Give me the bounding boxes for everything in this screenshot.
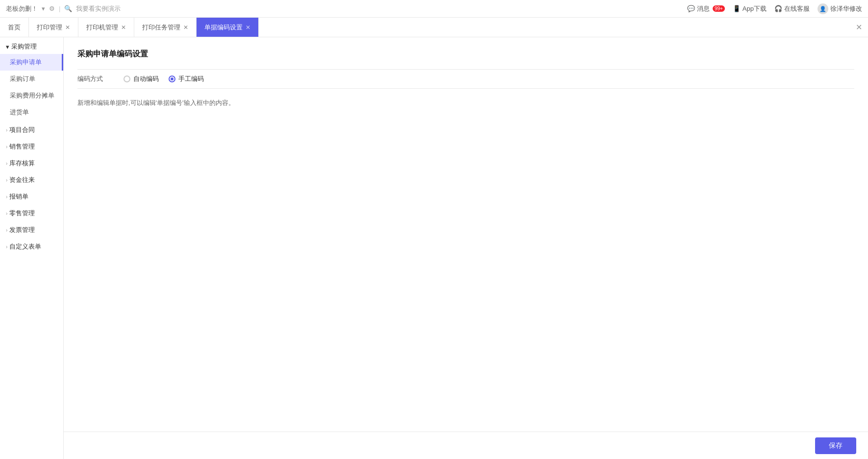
tab-print-mgmt-close[interactable]: ✕ xyxy=(65,24,70,31)
encoding-row: 编码方式 自动编码 手工编码 xyxy=(77,69,854,89)
message-label: 消息 xyxy=(697,4,710,13)
expand-arrow-icon-custom: › xyxy=(6,244,7,250)
manual-code-option[interactable]: 手工编码 xyxy=(169,75,204,83)
tab-print-mgmt[interactable]: 打印管理 ✕ xyxy=(29,18,78,37)
sidebar-group-funds-label: 资金往来 xyxy=(9,176,35,184)
sidebar-group-project-label: 项目合同 xyxy=(9,126,35,134)
global-close-button[interactable]: ✕ xyxy=(850,18,868,37)
hint-text: 新增和编辑单据时,可以编辑'单据编号'输入框中的内容。 xyxy=(77,99,854,107)
sidebar-group-invoice-label: 发票管理 xyxy=(9,226,35,234)
expand-arrow-icon-returns: › xyxy=(6,194,7,200)
content-inner: 采购申请单编码设置 编码方式 自动编码 手工编码 新增和编辑单据时,可以编辑'单… xyxy=(64,37,868,432)
dropdown-icon[interactable]: ▾ xyxy=(42,5,45,12)
main-layout: ▾ 采购管理 采购申请单 采购订单 采购费用分摊单 进货单 › 项目合同 › 销… xyxy=(0,37,868,459)
app-download-button[interactable]: 📱 App下载 xyxy=(733,4,767,13)
tab-order-code-label: 单据编码设置 xyxy=(204,23,243,32)
auto-code-option[interactable]: 自动编码 xyxy=(124,75,159,83)
search-icon: 🔍 xyxy=(64,5,72,12)
sidebar-group-purchase[interactable]: ▾ 采购管理 xyxy=(0,37,63,54)
search-placeholder: 我要看实例演示 xyxy=(76,4,121,13)
sidebar-group-returns-label: 报销单 xyxy=(9,192,28,201)
sidebar: ▾ 采购管理 采购申请单 采购订单 采购费用分摊单 进货单 › 项目合同 › 销… xyxy=(0,37,64,459)
sidebar-item-purchase-expense-label: 采购费用分摊单 xyxy=(10,92,54,99)
expand-arrow-icon-sales: › xyxy=(6,144,7,150)
user-name: 徐泽华修改 xyxy=(830,4,862,13)
sidebar-group-custom-label: 自定义表单 xyxy=(9,242,41,251)
sidebar-group-retail-label: 零售管理 xyxy=(9,209,35,218)
app-icon: 📱 xyxy=(733,5,741,12)
sidebar-group-invoice[interactable]: › 发票管理 xyxy=(0,221,63,237)
message-icon: 💬 xyxy=(687,5,695,12)
sidebar-item-purchase-expense[interactable]: 采购费用分摊单 xyxy=(0,87,63,104)
tab-print-mgmt-label: 打印管理 xyxy=(37,23,62,32)
sidebar-group-custom[interactable]: › 自定义表单 xyxy=(0,237,63,254)
expand-arrow-icon-inventory: › xyxy=(6,161,7,166)
tab-printer-mgmt-close[interactable]: ✕ xyxy=(121,24,126,31)
tab-print-task-mgmt-close[interactable]: ✕ xyxy=(183,24,188,31)
sidebar-item-goods-receipt-label: 进货单 xyxy=(10,108,29,116)
tabs-bar: 首页 打印管理 ✕ 打印机管理 ✕ 打印任务管理 ✕ 单据编码设置 ✕ ✕ xyxy=(0,18,868,37)
headset-icon: 🎧 xyxy=(774,5,782,12)
top-bar-right: 💬 消息 99+ 📱 App下载 🎧 在线客服 👤 徐泽华修改 xyxy=(687,3,862,14)
collapse-arrow-icon: ▾ xyxy=(6,43,9,51)
sidebar-group-inventory-label: 库存核算 xyxy=(9,159,35,168)
message-badge: 99+ xyxy=(713,5,725,12)
sidebar-item-purchase-order-label: 采购订单 xyxy=(10,75,35,82)
online-service-label: 在线客服 xyxy=(784,4,810,13)
encoding-label: 编码方式 xyxy=(77,75,112,83)
sidebar-item-purchase-request-label: 采购申请单 xyxy=(10,58,42,66)
tab-home-label: 首页 xyxy=(8,23,21,32)
tab-home[interactable]: 首页 xyxy=(0,18,29,37)
content-area: 采购申请单编码设置 编码方式 自动编码 手工编码 新增和编辑单据时,可以编辑'单… xyxy=(64,37,868,459)
online-service-button[interactable]: 🎧 在线客服 xyxy=(774,4,810,13)
tab-order-code-close[interactable]: ✕ xyxy=(246,24,250,31)
sidebar-item-purchase-request[interactable]: 采购申请单 xyxy=(0,54,63,71)
tab-order-code-settings[interactable]: 单据编码设置 ✕ xyxy=(197,18,259,37)
content-footer: 保存 xyxy=(64,432,868,459)
app-download-label: App下载 xyxy=(743,4,767,13)
expand-arrow-icon-funds: › xyxy=(6,178,7,183)
expand-arrow-icon-invoice: › xyxy=(6,228,7,233)
sidebar-group-sales-label: 销售管理 xyxy=(9,142,35,151)
sidebar-item-goods-receipt[interactable]: 进货单 xyxy=(0,104,63,121)
tab-printer-mgmt-label: 打印机管理 xyxy=(86,23,118,32)
user-menu[interactable]: 👤 徐泽华修改 xyxy=(818,3,862,14)
tab-printer-mgmt[interactable]: 打印机管理 ✕ xyxy=(78,18,134,37)
sidebar-group-inventory[interactable]: › 库存核算 xyxy=(0,154,63,171)
manual-code-radio[interactable] xyxy=(169,76,175,82)
manual-code-label: 手工编码 xyxy=(178,75,204,83)
top-bar-left: 老板勿删！ ▾ ⚙ | 🔍 我要看实例演示 xyxy=(6,4,121,13)
sidebar-group-funds[interactable]: › 资金往来 xyxy=(0,171,63,187)
auto-code-radio[interactable] xyxy=(124,76,130,82)
save-button[interactable]: 保存 xyxy=(815,437,856,454)
sidebar-group-project[interactable]: › 项目合同 xyxy=(0,121,63,137)
auto-code-label: 自动编码 xyxy=(133,75,159,83)
sidebar-group-purchase-label: 采购管理 xyxy=(11,42,37,51)
top-bar: 老板勿删！ ▾ ⚙ | 🔍 我要看实例演示 💬 消息 99+ 📱 App下载 🎧… xyxy=(0,0,868,18)
tab-print-task-mgmt[interactable]: 打印任务管理 ✕ xyxy=(134,18,197,37)
expand-arrow-icon-project: › xyxy=(6,128,7,133)
page-title: 采购申请单编码设置 xyxy=(77,49,854,59)
expand-arrow-icon-retail: › xyxy=(6,211,7,216)
boss-text: 老板勿删！ xyxy=(6,4,38,13)
sidebar-group-retail[interactable]: › 零售管理 xyxy=(0,204,63,221)
user-avatar: 👤 xyxy=(818,3,828,14)
sidebar-group-returns[interactable]: › 报销单 xyxy=(0,187,63,204)
sidebar-group-sales[interactable]: › 销售管理 xyxy=(0,137,63,154)
settings-icon[interactable]: ⚙ xyxy=(49,5,55,12)
sidebar-item-purchase-order[interactable]: 采购订单 xyxy=(0,71,63,87)
tab-print-task-mgmt-label: 打印任务管理 xyxy=(142,23,180,32)
message-button[interactable]: 💬 消息 99+ xyxy=(687,4,725,13)
radio-group: 自动编码 手工编码 xyxy=(124,75,204,83)
